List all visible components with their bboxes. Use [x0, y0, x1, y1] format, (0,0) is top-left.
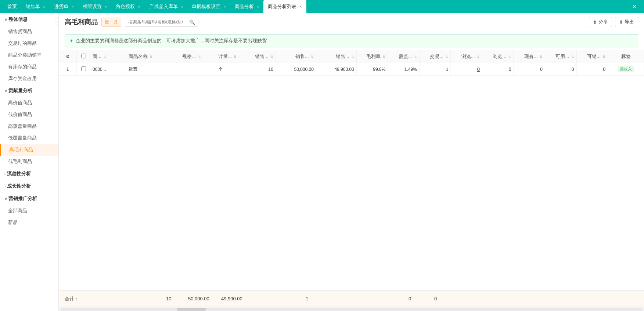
- nav-product-analysis-close[interactable]: ×: [257, 0, 259, 13]
- cell-stock2: 0: [545, 63, 577, 76]
- sort-icon-unit: ⇅: [234, 55, 237, 59]
- th-sales-qty[interactable]: 销售... ⇅: [244, 50, 276, 63]
- th-spec[interactable]: 规格... ⇅: [180, 50, 216, 63]
- nav-purchase[interactable]: 进货单 ×: [50, 0, 78, 13]
- sidebar-item-low-coverage[interactable]: 低覆盖量商品: [0, 132, 58, 144]
- th-settings[interactable]: ⚙: [59, 50, 77, 63]
- arrow-right-icon: ›: [4, 172, 6, 176]
- cell-stock3: 0: [576, 63, 608, 76]
- filter-recent-month-button[interactable]: 近一月: [101, 18, 121, 27]
- table-header-row: ⚙ 商... ⇅ 商品名称 ⇅ 规格... ⇅: [59, 50, 644, 63]
- sidebar-item-high-gross[interactable]: 高毛利商品: [0, 144, 58, 156]
- sort-icon-sales-cost: ⇅: [351, 55, 354, 59]
- search-input[interactable]: [125, 18, 186, 26]
- scroll-track: [60, 308, 643, 311]
- nav-home[interactable]: 首页: [3, 0, 21, 13]
- th-checkbox[interactable]: [77, 50, 90, 63]
- cell-sales-amt: 50,000.00: [276, 63, 316, 76]
- cell-check[interactable]: [77, 63, 90, 76]
- nav-sales-close[interactable]: ×: [43, 0, 45, 13]
- page-title: 高毛利商品: [65, 18, 98, 26]
- sidebar-item-stock-capital[interactable]: 库存资金占用: [0, 73, 58, 84]
- th-stock3[interactable]: 可销... ⇅: [576, 50, 608, 63]
- horizontal-scrollbar[interactable]: [59, 307, 644, 311]
- sidebar-group-marketing-title[interactable]: ∨ 营销推广分析: [0, 192, 58, 205]
- sort-icon-spec: ⇅: [198, 55, 201, 59]
- scroll-thumb[interactable]: [177, 308, 206, 311]
- nav-permissions-close[interactable]: ×: [105, 0, 107, 13]
- sort-icon-code: ⇅: [103, 55, 106, 59]
- th-cover[interactable]: 覆盖... ⇅: [388, 50, 420, 63]
- arrow-down-icon-2: ∨: [4, 89, 7, 93]
- nav-roles-close[interactable]: ×: [138, 0, 140, 13]
- th-browse1[interactable]: 浏览... ⇅: [451, 50, 482, 63]
- th-stock2[interactable]: 可用... ⇅: [545, 50, 577, 63]
- table-row: 1 0000... 运费 个 10 50,000.00 49,900.00 99…: [59, 63, 644, 76]
- data-table: ⚙ 商... ⇅ 商品名称 ⇅ 规格... ⇅: [59, 50, 644, 76]
- sort-icon-stock2: ⇅: [571, 55, 574, 59]
- sidebar-item-category-rate[interactable]: 商品分类助销率: [0, 49, 58, 61]
- share-button[interactable]: ⬆ 分享: [589, 17, 612, 27]
- footer-total-bar: 合计： 10 50,000.00 49,900.00 1 0 0: [59, 290, 644, 307]
- content-header: 高毛利商品 近一月 🔍 ⬆ 分享 ⬇ 导出: [59, 13, 644, 31]
- nav-template-settings[interactable]: 单据模板设置 ×: [187, 0, 230, 13]
- nav-finished-goods[interactable]: 产成品入库单 ×: [145, 0, 187, 13]
- sort-icon-stock1: ⇅: [540, 55, 543, 59]
- nav-permissions[interactable]: 权限设置 ×: [78, 0, 111, 13]
- th-trade[interactable]: 交易... ⇅: [419, 50, 451, 63]
- th-gross-rate[interactable]: 毛利率 ⇅: [356, 50, 388, 63]
- window-close-button[interactable]: ×: [628, 0, 641, 13]
- sidebar-group-overview-title[interactable]: ∨ 整体信息: [0, 13, 58, 26]
- th-sales-cost[interactable]: 销售... ⇅: [316, 50, 356, 63]
- sort-icon-stock3: ⇅: [602, 55, 605, 59]
- sidebar-group-growth-title[interactable]: › 成长性分析: [0, 180, 58, 192]
- footer-sales-qty: 10: [164, 296, 186, 301]
- sidebar-group-growth: › 成长性分析: [0, 180, 58, 192]
- sidebar-item-new-goods[interactable]: 新品: [0, 217, 58, 228]
- footer-stock2: 0: [406, 296, 432, 301]
- sidebar-item-low-value[interactable]: 低价值商品: [0, 109, 58, 120]
- cell-sales-qty: 10: [244, 63, 276, 76]
- row-checkbox[interactable]: [81, 66, 86, 71]
- nav-template-close[interactable]: ×: [223, 0, 226, 13]
- footer-trade: 1: [303, 296, 329, 301]
- sidebar-item-high-coverage[interactable]: 高覆盖量商品: [0, 120, 58, 132]
- sort-icon-sales-amt: ⇅: [311, 55, 314, 59]
- nav-purchase-close[interactable]: ×: [71, 0, 73, 13]
- th-tag[interactable]: 标签: [608, 50, 644, 63]
- search-button[interactable]: 🔍: [186, 18, 198, 26]
- nav-sales[interactable]: 销售单 ×: [21, 0, 50, 13]
- sidebar-item-low-gross[interactable]: 低毛利商品: [0, 156, 58, 167]
- share-icon: ⬆: [593, 19, 597, 25]
- cell-cover: 1.49%: [388, 63, 420, 76]
- nav-product-analysis[interactable]: 商品分析 ×: [230, 0, 263, 13]
- th-code[interactable]: 商... ⇅: [90, 50, 126, 63]
- sidebar-group-contribution-title[interactable]: ∨ 贡献量分析: [0, 84, 58, 97]
- th-sales-amt[interactable]: 销售... ⇅: [276, 50, 316, 63]
- nav-product-analysis-list-close[interactable]: ×: [299, 0, 302, 13]
- cell-stock1: 0: [514, 63, 545, 76]
- total-label: 合计：: [65, 296, 87, 302]
- th-stock1[interactable]: 现有... ⇅: [514, 50, 545, 63]
- th-name[interactable]: 商品名称 ⇅: [126, 50, 180, 63]
- nav-finished-goods-close[interactable]: ×: [181, 0, 183, 13]
- search-box: 🔍: [125, 18, 198, 27]
- top-navigation: 首页 销售单 × 进货单 × 权限设置 × 角色授权 × 产成品入库单 × 单据…: [0, 0, 644, 13]
- table-container[interactable]: ⚙ 商... ⇅ 商品名称 ⇅ 规格... ⇅: [59, 50, 644, 290]
- sidebar-item-sales-goods[interactable]: 销售货商品: [0, 26, 58, 37]
- sidebar-item-in-stock-goods[interactable]: 有库存的商品: [0, 61, 58, 73]
- nav-product-analysis-list[interactable]: 商品分析列表 ×: [263, 0, 306, 13]
- sidebar-group-trend-title[interactable]: › 流趋性分析: [0, 167, 58, 180]
- th-browse2[interactable]: 浏览... ⇅: [482, 50, 514, 63]
- sidebar-item-traded-goods[interactable]: 交易过的商品: [0, 37, 58, 49]
- nav-roles[interactable]: 角色授权 ×: [111, 0, 144, 13]
- sidebar-item-all-goods[interactable]: 全部商品: [0, 205, 58, 217]
- select-all-checkbox[interactable]: [81, 54, 86, 58]
- arrow-down-icon: ∨: [4, 18, 7, 22]
- tag-badge: 高收入: [618, 66, 634, 72]
- sort-icon-gross: ⇅: [382, 55, 385, 59]
- th-unit[interactable]: 计量... ⇅: [216, 50, 244, 63]
- sidebar-item-high-value[interactable]: 高价值商品: [0, 97, 58, 109]
- cell-gross-rate: 99.8%: [356, 63, 388, 76]
- export-button[interactable]: ⬇ 导出: [615, 17, 638, 27]
